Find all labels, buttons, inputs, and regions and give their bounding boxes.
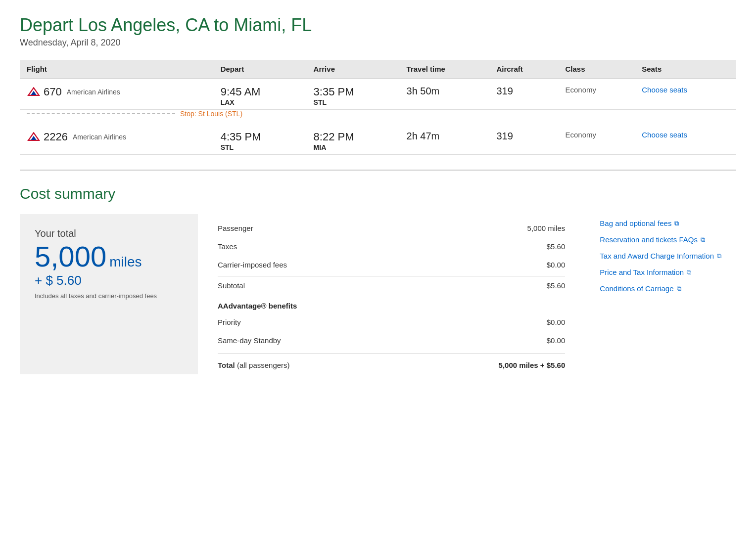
carrier-fees-amount: $0.00 [516,261,565,269]
carrier-fees-label: Carrier-imposed fees [218,261,287,269]
miles-label: miles [109,254,142,270]
flight-table: Flight Depart Arrive Travel time Aircraf… [20,60,736,155]
tax-info-label: Tax and Award Charge Information [600,252,714,260]
page-subtitle: Wednesday, April 8, 2020 [20,38,736,48]
reservation-faqs-link[interactable]: Reservation and tickets FAQs ⧉ [600,235,721,244]
table-row: 2226 American Airlines 4:35 PM STL 8:22 … [20,124,736,155]
flight-class: Economy [566,131,628,139]
priority-amount: $0.00 [516,318,565,326]
col-seats: Seats [635,60,736,79]
subtotal-amount: $5.60 [516,281,565,290]
plus-cash: + $ 5.60 [35,273,183,288]
external-link-icon: ⧉ [701,236,705,244]
external-link-icon: ⧉ [687,268,691,276]
price-tax-label: Price and Tax Information [600,268,684,276]
col-depart: Depart [214,60,307,79]
section-divider [20,170,736,171]
stop-text: Stop: St Louis (STL) [180,110,242,118]
total-amount: 5,000 miles + $5.60 [499,361,566,369]
depart-airport: STL [221,143,300,151]
conditions-label: Conditions of Carriage [600,284,673,293]
cost-middle-panel: Passenger 5,000 miles Taxes $5.60 Carrie… [198,214,585,374]
flight-class: Economy [566,86,628,94]
airline-logo-icon [27,132,41,142]
depart-time: 4:35 PM [221,131,300,143]
arrive-airport: MIA [314,143,393,151]
col-travel-time: Travel time [400,60,490,79]
benefits-header: AAdvantage® benefits [218,295,565,313]
priority-label: Priority [218,318,241,326]
col-flight: Flight [20,60,214,79]
cost-row-carrier-fees: Carrier-imposed fees $0.00 [218,256,565,274]
miles-amount: 5,000 [35,242,106,271]
dashed-line [27,113,175,114]
col-arrive: Arrive [307,60,400,79]
bag-fees-label: Bag and optional fees [600,219,671,227]
table-row: 670 American Airlines 9:45 AM LAX 3:35 P… [20,79,736,110]
depart-time: 9:45 AM [221,86,300,98]
choose-seats-link-2[interactable]: Choose seats [642,131,687,139]
includes-note: Includes all taxes and carrier-imposed f… [35,292,183,300]
cost-row-subtotal: Subtotal $5.60 [218,276,565,295]
airline-name: American Airlines [73,133,126,141]
airline-logo-icon [27,87,41,97]
flight-number: 670 [44,86,62,98]
aircraft: 319 [496,131,551,142]
passenger-label: Passenger [218,224,253,232]
bag-fees-link[interactable]: Bag and optional fees ⧉ [600,219,721,227]
stop-row: Stop: St Louis (STL) [20,110,736,124]
subtotal-label: Subtotal [218,281,245,290]
col-class: Class [559,60,635,79]
standby-label: Same-day Standby [218,336,281,345]
choose-seats-link-1[interactable]: Choose seats [642,86,687,94]
col-aircraft: Aircraft [489,60,558,79]
cost-row-taxes: Taxes $5.60 [218,237,565,256]
reservation-faqs-label: Reservation and tickets FAQs [600,235,698,244]
cost-summary-title: Cost summary [20,185,736,202]
arrive-time: 8:22 PM [314,131,393,143]
external-link-icon: ⧉ [677,285,681,293]
cost-left-panel: Your total 5,000 miles + $ 5.60 Includes… [20,214,198,374]
depart-airport: LAX [221,98,300,106]
taxes-label: Taxes [218,242,237,251]
travel-time: 3h 50m [407,86,483,97]
your-total-label: Your total [35,228,183,239]
airline-name: American Airlines [67,88,120,96]
cost-row-priority: Priority $0.00 [218,313,565,331]
cost-row-standby: Same-day Standby $0.00 [218,331,565,350]
aircraft: 319 [496,86,551,97]
price-tax-link[interactable]: Price and Tax Information ⧉ [600,268,721,276]
conditions-link[interactable]: Conditions of Carriage ⧉ [600,284,721,293]
page-title: Depart Los Angeles, CA to Miami, FL [20,15,736,36]
travel-time: 2h 47m [407,131,483,142]
standby-amount: $0.00 [516,336,565,345]
tax-info-link[interactable]: Tax and Award Charge Information ⧉ [600,252,721,260]
flight-number: 2226 [44,131,68,143]
total-row: Total (all passengers) 5,000 miles + $5.… [218,354,565,369]
cost-row-passenger: Passenger 5,000 miles [218,219,565,237]
external-link-icon: ⧉ [674,220,679,227]
cost-layout: Your total 5,000 miles + $ 5.60 Includes… [20,214,736,374]
passenger-amount: 5,000 miles [516,224,565,232]
external-link-icon: ⧉ [717,252,721,260]
taxes-amount: $5.60 [516,242,565,251]
total-label: Total (all passengers) [218,361,290,369]
arrive-time: 3:35 PM [314,86,393,98]
cost-right-panel: Bag and optional fees ⧉ Reservation and … [585,214,736,374]
arrive-airport: STL [314,98,393,106]
